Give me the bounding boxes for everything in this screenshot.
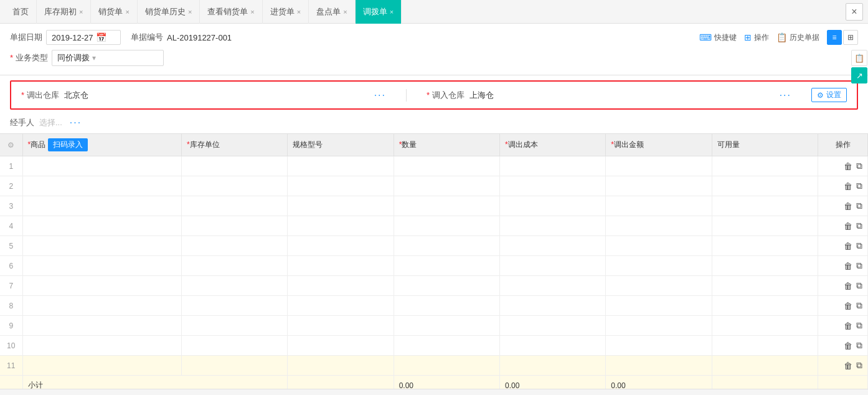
row-amount-6[interactable] bbox=[606, 256, 712, 276]
tab-stocktake[interactable]: 盘点单 × bbox=[309, 0, 355, 24]
row-cost-10[interactable] bbox=[499, 336, 605, 356]
delete-icon-8[interactable]: 🗑 bbox=[844, 301, 852, 311]
tab-inventory-init[interactable]: 库存期初 × bbox=[37, 0, 91, 24]
row-spec-9[interactable] bbox=[288, 316, 394, 336]
row-amount-5[interactable] bbox=[606, 236, 712, 256]
row-spec-5[interactable] bbox=[288, 236, 394, 256]
business-type-input[interactable]: 同价调拨 ▾ bbox=[52, 50, 164, 66]
row-product-3[interactable] bbox=[22, 196, 182, 216]
handler-dots[interactable]: ··· bbox=[70, 117, 82, 128]
bottom-scrollbar[interactable] bbox=[0, 389, 868, 395]
row-amount-3[interactable] bbox=[606, 196, 712, 216]
tab-sales-history-close[interactable]: × bbox=[188, 8, 192, 16]
row-spec-2[interactable] bbox=[288, 176, 394, 196]
row-amount-8[interactable] bbox=[606, 296, 712, 316]
tab-sales-order-close[interactable]: × bbox=[125, 8, 129, 16]
row-product-10[interactable] bbox=[22, 336, 182, 356]
row-product-1[interactable] bbox=[22, 156, 182, 176]
list-view-button[interactable]: ≡ bbox=[827, 30, 842, 45]
scan-button[interactable]: 扫码录入 bbox=[48, 138, 88, 151]
row-amount-7[interactable] bbox=[606, 276, 712, 296]
row-unit-2[interactable] bbox=[182, 176, 288, 196]
row-amount-11[interactable] bbox=[606, 356, 712, 376]
delete-icon-9[interactable]: 🗑 bbox=[844, 321, 852, 331]
row-available-7[interactable] bbox=[712, 276, 818, 296]
column-settings-icon[interactable]: ⚙ bbox=[7, 141, 14, 150]
row-product-6[interactable] bbox=[22, 256, 182, 276]
row-cost-11[interactable] bbox=[499, 356, 605, 376]
tab-transfer-close[interactable]: × bbox=[390, 8, 394, 16]
row-product-4[interactable] bbox=[22, 216, 182, 236]
row-unit-11[interactable] bbox=[182, 356, 288, 376]
row-spec-1[interactable] bbox=[288, 156, 394, 176]
row-unit-6[interactable] bbox=[182, 256, 288, 276]
row-available-6[interactable] bbox=[712, 256, 818, 276]
delete-icon-10[interactable]: 🗑 bbox=[844, 341, 852, 351]
row-available-9[interactable] bbox=[712, 316, 818, 336]
row-available-5[interactable] bbox=[712, 236, 818, 256]
copy-icon-7[interactable]: ⧉ bbox=[856, 280, 862, 291]
tab-stocktake-close[interactable]: × bbox=[343, 8, 347, 16]
row-cost-9[interactable] bbox=[499, 316, 605, 336]
row-unit-10[interactable] bbox=[182, 336, 288, 356]
row-qty-8[interactable] bbox=[394, 296, 499, 316]
row-available-8[interactable] bbox=[712, 296, 818, 316]
tab-purchase[interactable]: 进货单 × bbox=[263, 0, 309, 24]
tab-sales-order[interactable]: 销货单 × bbox=[91, 0, 137, 24]
row-product-11[interactable] bbox=[22, 356, 182, 376]
tab-home[interactable]: 首页 bbox=[5, 0, 37, 24]
delete-icon-3[interactable]: 🗑 bbox=[844, 201, 852, 211]
row-unit-4[interactable] bbox=[182, 216, 288, 236]
row-cost-3[interactable] bbox=[499, 196, 605, 216]
row-unit-7[interactable] bbox=[182, 276, 288, 296]
row-available-1[interactable] bbox=[712, 156, 818, 176]
calendar-icon[interactable]: 📅 bbox=[96, 32, 106, 42]
row-product-9[interactable] bbox=[22, 316, 182, 336]
row-cost-8[interactable] bbox=[499, 296, 605, 316]
row-qty-2[interactable] bbox=[394, 176, 499, 196]
row-qty-11[interactable] bbox=[394, 356, 499, 376]
operate-button[interactable]: ⊞ 操作 bbox=[744, 32, 769, 43]
business-type-arrow[interactable]: ▾ bbox=[92, 54, 96, 62]
row-unit-5[interactable] bbox=[182, 236, 288, 256]
delete-icon-7[interactable]: 🗑 bbox=[844, 281, 852, 291]
row-product-8[interactable] bbox=[22, 296, 182, 316]
row-amount-4[interactable] bbox=[606, 216, 712, 236]
delete-icon-2[interactable]: 🗑 bbox=[844, 181, 852, 191]
in-warehouse-value[interactable]: 上海仓 bbox=[469, 90, 775, 101]
row-qty-3[interactable] bbox=[394, 196, 499, 216]
settings-button[interactable]: ⚙ 设置 bbox=[811, 88, 847, 102]
row-cost-2[interactable] bbox=[499, 176, 605, 196]
row-available-3[interactable] bbox=[712, 196, 818, 216]
row-cost-6[interactable] bbox=[499, 256, 605, 276]
out-warehouse-value[interactable]: 北京仓 bbox=[64, 90, 369, 101]
copy-icon-6[interactable]: ⧉ bbox=[856, 260, 862, 271]
row-qty-10[interactable] bbox=[394, 336, 499, 356]
sidebar-notes-icon[interactable]: 📋 bbox=[851, 50, 867, 66]
delete-icon-6[interactable]: 🗑 bbox=[844, 261, 852, 271]
row-cost-7[interactable] bbox=[499, 276, 605, 296]
delete-icon-4[interactable]: 🗑 bbox=[844, 221, 852, 231]
row-spec-11[interactable] bbox=[288, 356, 394, 376]
row-spec-4[interactable] bbox=[288, 216, 394, 236]
tab-view-sales[interactable]: 查看销货单 × bbox=[200, 0, 262, 24]
tab-purchase-close[interactable]: × bbox=[297, 8, 301, 16]
copy-icon-1[interactable]: ⧉ bbox=[856, 161, 862, 171]
row-amount-9[interactable] bbox=[606, 316, 712, 336]
row-available-11[interactable] bbox=[712, 356, 818, 376]
row-qty-1[interactable] bbox=[394, 156, 499, 176]
grid-view-button[interactable]: ⊞ bbox=[843, 30, 858, 45]
row-amount-1[interactable] bbox=[606, 156, 712, 176]
row-qty-6[interactable] bbox=[394, 256, 499, 276]
copy-icon-10[interactable]: ⧉ bbox=[856, 340, 862, 351]
copy-icon-3[interactable]: ⧉ bbox=[856, 201, 862, 211]
tab-inventory-init-close[interactable]: × bbox=[79, 8, 83, 16]
delete-icon-5[interactable]: 🗑 bbox=[844, 241, 852, 251]
date-input-box[interactable]: 2019-12-27 📅 bbox=[46, 30, 121, 45]
row-qty-5[interactable] bbox=[394, 236, 499, 256]
row-amount-10[interactable] bbox=[606, 336, 712, 356]
row-spec-8[interactable] bbox=[288, 296, 394, 316]
row-cost-1[interactable] bbox=[499, 156, 605, 176]
row-spec-7[interactable] bbox=[288, 276, 394, 296]
in-warehouse-dots[interactable]: ··· bbox=[780, 90, 791, 101]
